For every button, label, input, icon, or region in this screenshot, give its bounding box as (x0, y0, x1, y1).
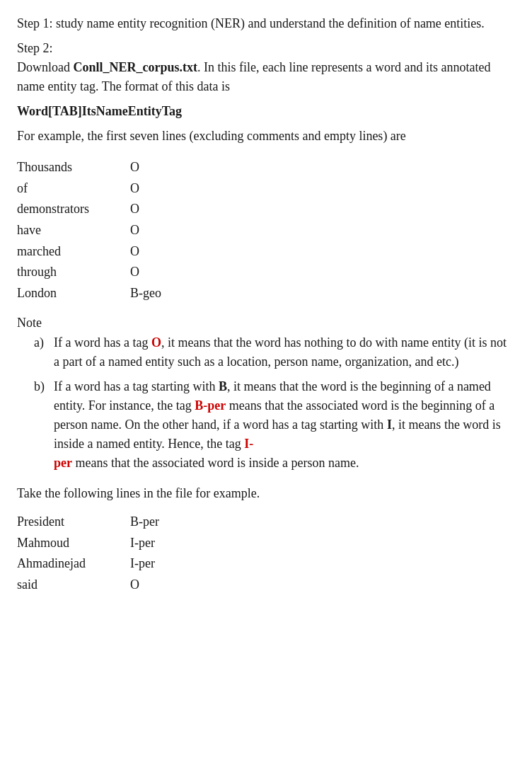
note-item-b: b) If a word has a tag starting with B, … (34, 377, 515, 473)
note-section: Note a) If a word has a tag O, it means … (17, 316, 515, 473)
tag-i-inline: I (387, 418, 392, 432)
word-cell: President (17, 512, 130, 533)
take-line-text: Take the following lines in the file for… (17, 484, 515, 503)
step2-paragraph: Step 2: Download Conll_NER_corpus.txt. I… (17, 39, 515, 96)
table-row: PresidentB-per (17, 512, 515, 533)
word-cell: have (17, 220, 130, 241)
note-items: a) If a word has a tag O, it means that … (17, 333, 515, 473)
tag-cell: I-per (130, 553, 155, 575)
tag-iper-inline: I-per (54, 437, 253, 470)
tag-cell: O (130, 575, 139, 596)
word-cell: demonstrators (17, 199, 130, 220)
word-cell: Thousands (17, 157, 130, 178)
table-row: demonstratorsO (17, 199, 515, 220)
note-item-a: a) If a word has a tag O, it means that … (34, 333, 515, 372)
format-text: Word[TAB]ItsNameEntityTag (17, 104, 182, 118)
word-cell: Ahmadinejad (17, 553, 130, 575)
tag-o-inline: O (151, 335, 161, 350)
table-row: MahmoudI-per (17, 533, 515, 554)
tag-cell: B-per (130, 512, 159, 533)
tag-cell: O (130, 241, 139, 263)
tag-b-inline: B (219, 379, 227, 393)
table-row: haveO (17, 220, 515, 241)
table-row: AhmadinejadI-per (17, 553, 515, 575)
table-row: marchedO (17, 241, 515, 263)
tag-bper-inline: B-per (195, 398, 226, 413)
word-cell: said (17, 575, 130, 596)
main-content: Step 1: study name entity recognition (N… (17, 14, 515, 596)
first-example-table: ThousandsOofOdemonstratorsOhaveOmarchedO… (17, 157, 515, 304)
table-row: throughO (17, 262, 515, 283)
example-intro: For example, the first seven lines (excl… (17, 127, 515, 146)
note-text-a: If a word has a tag O, it means that the… (54, 333, 515, 372)
tag-cell: I-per (130, 533, 155, 554)
format-line: Word[TAB]ItsNameEntityTag (17, 102, 515, 121)
tag-cell: O (130, 262, 139, 283)
word-cell: through (17, 262, 130, 283)
tag-cell: O (130, 178, 139, 200)
note-title: Note (17, 316, 515, 330)
table-row: ThousandsO (17, 157, 515, 178)
table-row: saidO (17, 575, 515, 596)
note-label-b: b) (34, 377, 54, 473)
table-row: LondonB-geo (17, 283, 515, 304)
tag-cell: O (130, 220, 139, 241)
word-cell: Mahmoud (17, 533, 130, 554)
second-example-table: PresidentB-perMahmoudI-perAhmadinejadI-p… (17, 512, 515, 596)
step1-text: Step 1: study name entity recognition (N… (17, 14, 515, 33)
word-cell: London (17, 283, 130, 304)
tag-cell: B-geo (130, 283, 161, 304)
filename: Conll_NER_corpus.txt (74, 60, 198, 74)
note-label-a: a) (34, 333, 54, 372)
tag-cell: O (130, 199, 139, 220)
word-cell: of (17, 178, 130, 200)
word-cell: marched (17, 241, 130, 263)
tag-cell: O (130, 157, 139, 178)
table-row: ofO (17, 178, 515, 200)
note-text-b: If a word has a tag starting with B, it … (54, 377, 515, 473)
